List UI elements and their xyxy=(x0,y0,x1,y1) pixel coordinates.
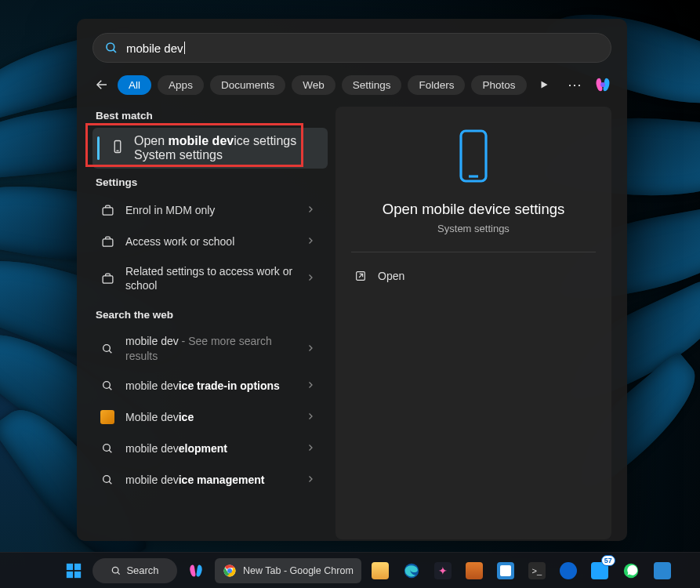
result-label: Enrol in MDM only xyxy=(125,203,296,217)
phone-large-icon xyxy=(455,129,492,187)
svg-line-17 xyxy=(109,481,111,484)
web-result[interactable]: mobile development xyxy=(92,433,325,464)
svg-line-21 xyxy=(359,274,363,278)
svg-line-1 xyxy=(113,49,116,53)
svg-rect-24 xyxy=(67,571,73,577)
svg-line-13 xyxy=(109,387,111,390)
svg-rect-23 xyxy=(74,563,81,569)
more-options-button[interactable]: ⋯ xyxy=(564,76,585,93)
best-match-title: Open mobile device settings System setti… xyxy=(134,134,296,162)
chevron-right-icon xyxy=(306,441,317,456)
result-label: mobile dev - See more search results xyxy=(125,334,296,362)
svg-rect-18 xyxy=(461,131,486,181)
svg-marker-3 xyxy=(541,82,547,89)
chevron-right-icon xyxy=(306,342,317,356)
svg-point-10 xyxy=(103,344,111,351)
back-button[interactable] xyxy=(92,74,111,96)
search-input-value: mobile dev xyxy=(126,42,185,55)
taskbar-edge[interactable] xyxy=(399,558,424,583)
separator xyxy=(351,252,596,252)
svg-line-27 xyxy=(118,572,120,574)
windows-icon xyxy=(65,562,82,579)
taskbar-badge: 57 xyxy=(601,555,615,566)
play-icon xyxy=(539,80,549,89)
svg-rect-25 xyxy=(74,571,81,577)
filter-documents[interactable]: Documents xyxy=(210,75,285,95)
svg-point-0 xyxy=(107,43,114,51)
filter-row: All Apps Documents Web Settings Folders … xyxy=(92,74,611,96)
briefcase-icon xyxy=(99,233,116,250)
svg-point-12 xyxy=(103,381,111,388)
result-label: Access work or school xyxy=(125,234,296,249)
taskbar-store[interactable] xyxy=(493,558,518,583)
svg-rect-22 xyxy=(67,563,73,569)
taskbar-app-2[interactable] xyxy=(462,558,487,583)
filter-settings[interactable]: Settings xyxy=(342,75,402,95)
svg-point-16 xyxy=(103,475,111,482)
svg-rect-7 xyxy=(103,207,113,214)
svg-point-4 xyxy=(600,82,605,87)
web-result[interactable]: mobile device management xyxy=(92,464,325,495)
web-result[interactable]: mobile dev - See more search results xyxy=(92,327,325,369)
search-input[interactable]: mobile dev xyxy=(92,33,611,63)
best-match-subtitle: System settings xyxy=(134,148,296,162)
svg-rect-9 xyxy=(103,276,113,283)
desktop: mobile dev All Apps Documents Web Settin… xyxy=(0,0,700,588)
filter-web[interactable]: Web xyxy=(292,75,335,95)
settings-result[interactable]: Related settings to access work or schoo… xyxy=(92,257,325,299)
result-label: Related settings to access work or schoo… xyxy=(125,264,296,292)
result-label: mobile device trade-in options xyxy=(125,379,296,393)
taskbar-chrome-title: New Tab - Google Chrom xyxy=(243,565,354,576)
open-action-label: Open xyxy=(378,270,404,282)
phone-icon xyxy=(111,140,125,157)
whatsapp-icon xyxy=(622,562,640,579)
filter-folders[interactable]: Folders xyxy=(408,75,465,95)
settings-result[interactable]: Enrol in MDM only xyxy=(92,194,325,226)
result-label: Mobile device xyxy=(125,410,296,424)
copilot-icon xyxy=(188,563,204,579)
taskbar-app-3[interactable] xyxy=(556,558,581,583)
search-icon xyxy=(99,340,116,358)
best-match-result[interactable]: Open mobile device settings System setti… xyxy=(92,128,328,169)
svg-point-29 xyxy=(227,568,232,573)
filter-all[interactable]: All xyxy=(118,75,151,95)
filter-photos[interactable]: Photos xyxy=(471,75,526,95)
web-result[interactable]: Mobile device xyxy=(92,401,325,433)
filter-more-play[interactable] xyxy=(536,75,553,94)
selection-indicator xyxy=(97,136,100,160)
chevron-right-icon xyxy=(306,410,317,424)
chevron-right-icon xyxy=(306,203,317,217)
copilot-button[interactable] xyxy=(594,76,611,93)
taskbar-search[interactable]: Search xyxy=(92,558,177,583)
briefcase-icon xyxy=(99,270,116,287)
copilot-icon xyxy=(594,76,611,93)
filter-apps[interactable]: Apps xyxy=(158,75,204,95)
section-search-web: Search the web xyxy=(96,309,325,321)
taskbar-chrome-window[interactable]: New Tab - Google Chrom xyxy=(215,558,361,583)
start-button[interactable] xyxy=(61,558,86,583)
section-settings: Settings xyxy=(96,176,325,188)
taskbar-explorer[interactable] xyxy=(368,558,393,583)
chrome-icon xyxy=(223,564,237,578)
search-icon xyxy=(99,471,116,488)
chevron-right-icon xyxy=(306,271,317,285)
web-result[interactable]: mobile device trade-in options xyxy=(92,370,325,401)
taskbar-search-label: Search xyxy=(126,564,158,576)
open-action[interactable]: Open xyxy=(351,265,408,287)
preview-title: Open mobile device settings xyxy=(383,201,564,218)
chevron-right-icon xyxy=(306,379,317,393)
preview-subtitle: System settings xyxy=(437,223,510,234)
taskbar-copilot[interactable] xyxy=(183,558,209,583)
settings-result[interactable]: Access work or school xyxy=(92,226,325,257)
svg-rect-8 xyxy=(103,238,113,245)
results-column: Best match Open mobile device settings S… xyxy=(92,107,325,539)
start-search-panel: mobile dev All Apps Documents Web Settin… xyxy=(77,19,627,541)
taskbar-app-5[interactable] xyxy=(650,558,675,583)
search-icon xyxy=(111,565,122,576)
arrow-left-icon xyxy=(95,78,109,92)
taskbar-terminal[interactable]: >_ xyxy=(524,558,549,583)
taskbar-app-1[interactable]: ✦ xyxy=(430,558,455,583)
preview-pane: Open mobile device settings System setti… xyxy=(335,107,611,539)
taskbar-app-4[interactable]: 57 xyxy=(587,558,612,583)
taskbar-whatsapp[interactable] xyxy=(618,558,644,583)
